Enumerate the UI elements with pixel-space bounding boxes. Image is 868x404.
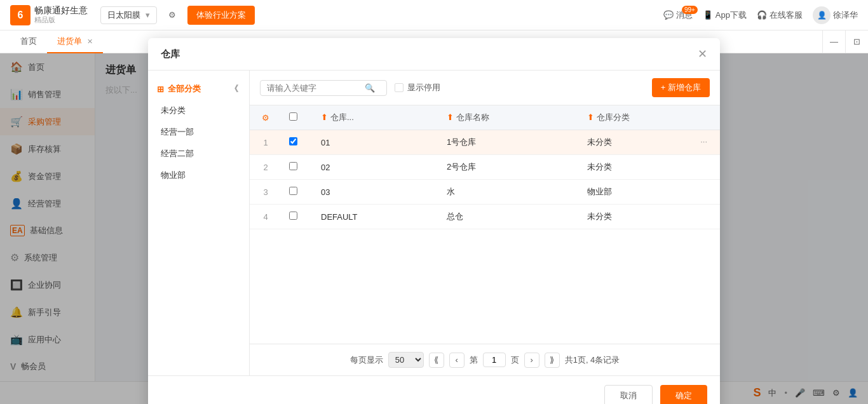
- tab-home[interactable]: 首页: [10, 30, 47, 53]
- brand-logo: 6 畅康通好生意 精品版: [10, 5, 88, 25]
- page-size-label: 每页显示: [350, 354, 383, 366]
- row-checkbox[interactable]: [289, 162, 297, 170]
- row-code: 03: [313, 180, 439, 205]
- row-checkbox[interactable]: [289, 187, 297, 195]
- category-header-label: 全部分类: [168, 83, 201, 95]
- show-disabled-label: 显示停用: [407, 82, 440, 93]
- service-label: 在线客服: [770, 10, 803, 21]
- col-checkbox: [281, 105, 313, 130]
- category-item-property[interactable]: 物业部: [148, 165, 249, 186]
- category-sidebar: ⊞ 全部分类 《 未分类 经营一部 经营二部 物业部: [148, 71, 250, 375]
- app-label: App下载: [715, 10, 747, 21]
- show-disabled-toggle[interactable]: 显示停用: [395, 82, 440, 93]
- search-input[interactable]: [267, 83, 362, 93]
- row-checkbox-cell: [281, 180, 313, 205]
- brand-name: 畅康通好生意: [34, 5, 88, 16]
- table-row[interactable]: 4 DEFAULT 总仓 未分类: [250, 205, 720, 229]
- top-header: 6 畅康通好生意 精品版 日太阳膜 ▾ ⚙ 体验行业方案 💬 消息 99+ 📱 …: [0, 0, 868, 30]
- modal-body: ⊞ 全部分类 《 未分类 经营一部 经营二部 物业部 🔍: [148, 71, 720, 375]
- row-code: 02: [313, 155, 439, 180]
- avatar: 👤: [813, 6, 831, 24]
- col-category: ⬆仓库分类: [580, 105, 720, 130]
- table-settings-icon[interactable]: ⚙: [262, 113, 269, 123]
- row-name: 1号仓库: [439, 130, 580, 155]
- page-size-select[interactable]: 50 100 200: [388, 352, 424, 368]
- modal-footer: 取消 确定: [148, 375, 720, 404]
- category-item-unclassified[interactable]: 未分类: [148, 100, 249, 121]
- tab-minimize-button[interactable]: —: [822, 30, 845, 53]
- page-next-button[interactable]: ›: [524, 353, 539, 368]
- modal-close-button[interactable]: ✕: [698, 47, 707, 61]
- trial-button[interactable]: 体验行业方案: [187, 6, 255, 25]
- warehouse-modal: 仓库 ✕ ⊞ 全部分类 《 未分类 经营一部 经营二部 物业部: [148, 38, 720, 404]
- store-name: 日太阳膜: [107, 10, 140, 21]
- total-label: 共1页, 4条记录: [565, 354, 620, 366]
- row-checkbox[interactable]: [289, 137, 297, 145]
- select-all-checkbox[interactable]: [289, 112, 297, 121]
- row-num: 2: [250, 155, 281, 180]
- page-prev-button[interactable]: ‹: [449, 353, 465, 368]
- row-num: 1: [250, 130, 281, 155]
- col-code: ⬆仓库...: [313, 105, 439, 130]
- header-right: 💬 消息 99+ 📱 App下载 🎧 在线客服 👤 徐泽华: [663, 6, 858, 24]
- settings-icon[interactable]: ⚙: [162, 5, 182, 25]
- row-num: 3: [250, 180, 281, 205]
- row-num: 4: [250, 205, 281, 229]
- row-more-button[interactable]: ···: [700, 137, 707, 146]
- row-name: 水: [439, 180, 580, 205]
- cancel-button[interactable]: 取消: [604, 385, 653, 404]
- search-bar: 🔍 显示停用 + 新增仓库: [250, 71, 720, 105]
- table-row[interactable]: 1 01 1号仓库 未分类···: [250, 130, 720, 155]
- message-icon: 💬: [663, 10, 674, 20]
- tab-close-icon[interactable]: ✕: [87, 37, 93, 45]
- row-category: 未分类: [580, 205, 720, 229]
- warehouse-table: ⚙ ⬆仓库... ⬆仓库名称: [250, 105, 720, 229]
- search-icon[interactable]: 🔍: [365, 83, 375, 93]
- col-settings: ⚙: [250, 105, 281, 130]
- row-code: 01: [313, 130, 439, 155]
- message-badge: 99+: [682, 6, 698, 14]
- collapse-button[interactable]: 《: [227, 83, 240, 95]
- row-code: DEFAULT: [313, 205, 439, 229]
- tab-purchase-order[interactable]: 进货单 ✕: [47, 30, 103, 53]
- brand-icon: 6: [10, 5, 31, 25]
- grid-icon: ⊞: [157, 84, 164, 94]
- row-name: 总仓: [439, 205, 580, 229]
- tab-actions: — ⊡: [822, 30, 868, 53]
- table-row[interactable]: 3 03 水 物业部: [250, 180, 720, 205]
- page-label: 第: [470, 354, 478, 366]
- category-item-ops1[interactable]: 经营一部: [148, 121, 249, 143]
- category-item-ops2[interactable]: 经营二部: [148, 143, 249, 165]
- row-checkbox-cell: [281, 155, 313, 180]
- search-input-wrap: 🔍: [260, 80, 387, 96]
- modal-title: 仓库: [161, 48, 180, 60]
- row-checkbox-cell: [281, 130, 313, 155]
- pagination: 每页显示 50 100 200 ⟪ ‹ 第 页 › ⟫ 共1页, 4条记录: [250, 344, 720, 375]
- confirm-button[interactable]: 确定: [660, 385, 707, 404]
- modal-right-panel: 🔍 显示停用 + 新增仓库 ⚙: [250, 71, 720, 375]
- show-disabled-checkbox[interactable]: [395, 83, 403, 92]
- add-warehouse-button[interactable]: + 新增仓库: [652, 78, 710, 97]
- sort-icon-2: ⬆: [447, 112, 454, 122]
- page-last-button[interactable]: ⟫: [545, 353, 560, 368]
- message-button[interactable]: 💬 消息 99+: [663, 10, 693, 21]
- tab-maximize-button[interactable]: ⊡: [845, 30, 868, 53]
- row-name: 2号仓库: [439, 155, 580, 180]
- chevron-down-icon: ▾: [146, 10, 150, 20]
- page-first-button[interactable]: ⟪: [429, 353, 444, 368]
- tab-purchase-label: 进货单: [57, 36, 82, 46]
- app-download-button[interactable]: 📱 App下载: [703, 10, 747, 21]
- row-checkbox-cell: [281, 205, 313, 229]
- store-selector[interactable]: 日太阳膜 ▾: [100, 6, 157, 24]
- modal-header: 仓库 ✕: [148, 38, 720, 71]
- warehouse-table-wrap: ⚙ ⬆仓库... ⬆仓库名称: [250, 105, 720, 344]
- user-menu[interactable]: 👤 徐泽华: [813, 6, 858, 24]
- page-input[interactable]: [483, 353, 506, 367]
- page-suffix: 页: [511, 354, 519, 366]
- category-header: ⊞ 全部分类 《: [148, 78, 249, 100]
- table-row[interactable]: 2 02 2号仓库 未分类: [250, 155, 720, 180]
- row-category: 未分类···: [580, 130, 720, 155]
- sort-icon-3: ⬆: [587, 112, 594, 122]
- row-checkbox[interactable]: [289, 212, 297, 220]
- service-button[interactable]: 🎧 在线客服: [757, 10, 803, 21]
